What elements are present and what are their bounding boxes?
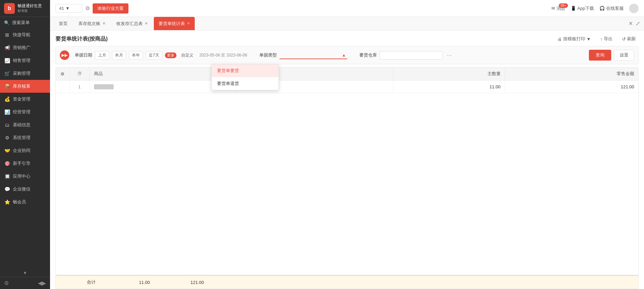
sidebar-item-label: 营销推广 bbox=[13, 45, 30, 51]
appstore-icon: 🔲 bbox=[4, 174, 10, 179]
this-year-btn[interactable]: 本年 bbox=[129, 51, 143, 60]
sidebar-item-marketing[interactable]: 📢 营销推广 bbox=[0, 41, 50, 54]
sidebar-item-purchase[interactable]: 🛒 采购管理 bbox=[0, 67, 50, 80]
dropdown-item-demand-order[interactable]: 要货单要货 bbox=[212, 64, 279, 77]
sidebar-footer: ⚙ ◀▶ bbox=[0, 277, 50, 289]
type-input-arrow-icon[interactable]: ▲ bbox=[342, 53, 346, 58]
app-download-item[interactable]: 📱 App下载 bbox=[571, 5, 594, 12]
quick-nav-icon: ⊞ bbox=[4, 32, 10, 38]
print-btn[interactable]: 🖨 按模板打印 ▼ bbox=[555, 35, 594, 43]
cell-amount: 121.00 bbox=[505, 81, 638, 93]
member-icon: ⭐ bbox=[4, 199, 10, 205]
sales-icon: 📈 bbox=[4, 58, 10, 63]
sidebar-item-sales[interactable]: 📈 销售管理 bbox=[0, 54, 50, 67]
sidebar-nav: ⊞ 快捷导航📢 营销推广📈 销售管理🛒 采购管理📦 库存核算💰 资金管理📊 经营… bbox=[0, 28, 50, 269]
sidebar-item-quick-nav[interactable]: ⊞ 快捷导航 bbox=[0, 28, 50, 41]
expand-icon[interactable]: ⤢ bbox=[636, 20, 640, 27]
type-filter-group: 单据类型 ▲ bbox=[259, 51, 347, 59]
messages-badge: 99+ bbox=[559, 3, 568, 8]
warehouse-more-icon[interactable]: ··· bbox=[447, 52, 452, 59]
sidebar-item-guide[interactable]: 🎯 新手引导 bbox=[0, 157, 50, 170]
sidebar-item-label: 基础信息 bbox=[13, 122, 30, 128]
sidebar-item-label: 应用中心 bbox=[13, 173, 30, 179]
sidebar-item-label: 采购管理 bbox=[13, 70, 30, 76]
cell-no: 1 bbox=[69, 81, 90, 93]
tab-receive-summary[interactable]: 收发存汇总表✕ bbox=[112, 17, 152, 30]
table-area: ⚙ 序 商品 主计量单位 主数量 零售金额 1 ████ ██ 块 11.00 … bbox=[55, 67, 639, 275]
settings-icon[interactable]: ⚙ bbox=[4, 280, 9, 286]
this-month-btn[interactable]: 本月 bbox=[112, 51, 126, 60]
collapse-icon[interactable]: ◀▶ bbox=[38, 280, 46, 286]
type-input[interactable] bbox=[280, 51, 347, 59]
tab-label: 库存批次账 bbox=[78, 21, 100, 27]
inventory-icon: 📦 bbox=[4, 84, 10, 89]
tab-home[interactable]: 首页 bbox=[54, 17, 72, 30]
sidebar-item-label: 新手引导 bbox=[13, 160, 30, 166]
tabbar-actions: ✕ ⤢ bbox=[628, 20, 640, 27]
query-button[interactable]: 查询 bbox=[589, 50, 611, 61]
online-service-label: 在线客服 bbox=[606, 5, 624, 12]
sidebar-item-label: 销售管理 bbox=[13, 58, 30, 64]
finance-icon: 💰 bbox=[4, 96, 10, 102]
dropdown-arrow-icon: ▼ bbox=[65, 6, 70, 11]
user-avatar[interactable] bbox=[629, 4, 639, 13]
filter-settings-button[interactable]: 设置 bbox=[614, 50, 634, 61]
custom-date-btn[interactable]: 自定义 bbox=[179, 51, 195, 59]
more-badge[interactable]: 更多 bbox=[165, 52, 176, 58]
sidebar-item-basic[interactable]: 🗂 基础信息 bbox=[0, 118, 50, 131]
app-download-label: App下载 bbox=[577, 5, 594, 12]
sidebar-item-wechat[interactable]: 💬 企业微信 bbox=[0, 183, 50, 196]
tab-inventory-batch[interactable]: 库存批次账✕ bbox=[74, 17, 110, 30]
sidebar-item-inventory[interactable]: 📦 库存核算 bbox=[0, 80, 50, 93]
sidebar-item-cooperation[interactable]: 🤝 企业协同 bbox=[0, 144, 50, 157]
tab-demand-summary[interactable]: 要货单统计表✕ bbox=[154, 17, 195, 30]
last-7days-btn[interactable]: 近7天 bbox=[146, 51, 162, 60]
type-input-wrapper: ▲ bbox=[280, 51, 347, 59]
sidebar-item-system[interactable]: ⚙ 系统管理 bbox=[0, 131, 50, 144]
trial-button[interactable]: 体验行业方案 bbox=[93, 3, 128, 14]
warehouse-input[interactable] bbox=[380, 51, 443, 60]
sidebar-search-label: 搜索菜单 bbox=[12, 20, 30, 26]
export-btn[interactable]: ↑ 导出 bbox=[598, 35, 616, 43]
brand-version: 标准版 bbox=[18, 8, 42, 13]
table-row: 1 ████ ██ 块 11.00 121.00 bbox=[56, 81, 638, 93]
sidebar-search[interactable]: 🔍 搜索菜单 bbox=[0, 17, 50, 28]
sidebar-logo: b 畅捷通好生意 标准版 bbox=[0, 0, 50, 17]
th-settings[interactable]: ⚙ bbox=[56, 67, 69, 81]
tabbar: 首页库存批次账✕收发存汇总表✕要货单统计表✕ ✕ ⤢ bbox=[50, 17, 644, 30]
print-icon: 🖨 bbox=[557, 37, 562, 42]
type-filter-label: 单据类型 bbox=[259, 52, 277, 58]
sidebar-item-operation[interactable]: 📊 经营管理 bbox=[0, 106, 50, 118]
close-tab-icon[interactable]: ✕ bbox=[628, 20, 633, 27]
tab-close-icon[interactable]: ✕ bbox=[145, 21, 148, 26]
last-month-btn[interactable]: 上月 bbox=[95, 51, 109, 60]
date-filter-group: 单据日期 上月 本月 本年 近7天 更多 自定义 2023-05-06 至 20… bbox=[75, 51, 247, 60]
filter-actions: 查询 设置 bbox=[589, 50, 634, 61]
sidebar-item-member[interactable]: ⭐ 畅会员 bbox=[0, 196, 50, 208]
basic-icon: 🗂 bbox=[4, 122, 10, 128]
data-table: ⚙ 序 商品 主计量单位 主数量 零售金额 1 ████ ██ 块 11.00 … bbox=[56, 67, 638, 93]
sidebar-scroll-down[interactable]: ▼ bbox=[0, 269, 50, 277]
sidebar-item-finance[interactable]: 💰 资金管理 bbox=[0, 93, 50, 106]
page-header: 要货单统计表(按商品) 🖨 按模板打印 ▼ ↑ 导出 ↺ 刷新 bbox=[50, 30, 644, 46]
filter-area: ▶▶ 单据日期 上月 本月 本年 近7天 更多 自定义 2023-05-06 至… bbox=[55, 46, 639, 64]
sidebar: b 畅捷通好生意 标准版 🔍 搜索菜单 ⊞ 快捷导航📢 营销推广📈 销售管理🛒 … bbox=[0, 0, 50, 289]
sidebar-item-label: 系统管理 bbox=[13, 135, 30, 141]
topbar-settings-icon[interactable]: ⚙ bbox=[85, 5, 90, 12]
sidebar-item-appstore[interactable]: 🔲 应用中心 bbox=[0, 170, 50, 183]
sidebar-item-label: 经营管理 bbox=[13, 109, 30, 115]
tab-close-icon[interactable]: ✕ bbox=[102, 21, 105, 26]
refresh-btn[interactable]: ↺ 刷新 bbox=[619, 35, 639, 43]
type-dropdown: 要货单要货要货单退货 bbox=[211, 64, 279, 90]
tab-close-icon[interactable]: ✕ bbox=[187, 21, 190, 26]
messages-item[interactable]: ✉ 消息 99+ bbox=[551, 5, 565, 12]
operation-icon: 📊 bbox=[4, 109, 10, 115]
topbar-right: ✉ 消息 99+ 📱 App下载 🎧 在线客服 bbox=[551, 4, 639, 13]
summary-row: 合计 11.00 121.00 bbox=[55, 275, 639, 289]
dropdown-item-demand-return[interactable]: 要货单退货 bbox=[212, 77, 279, 90]
filter-expand-btn[interactable]: ▶▶ bbox=[60, 50, 69, 60]
th-amount: 零售金额 bbox=[505, 67, 638, 81]
print-dropdown-icon: ▼ bbox=[587, 37, 591, 42]
online-service-item[interactable]: 🎧 在线客服 bbox=[599, 5, 624, 12]
company-dropdown[interactable]: 41 ▼ bbox=[55, 4, 82, 13]
